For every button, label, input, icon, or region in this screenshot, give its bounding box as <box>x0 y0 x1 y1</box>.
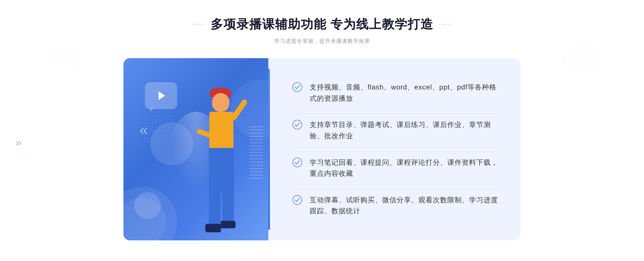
page-wrapper: » 多项录播课辅助功能 专为线上教学打造 学习进度全掌握，提升录播课教学效果 <box>0 0 644 261</box>
check-circle-icon-4 <box>292 195 302 205</box>
title-decorator-right <box>439 24 452 25</box>
svg-point-1 <box>293 120 302 129</box>
arrow-left-decoration: » <box>16 137 21 149</box>
feature-text-2: 支持章节目录、弹题考试、课后练习、课后作业、章节测验、批改作业 <box>310 119 499 141</box>
figure-illustration <box>180 85 260 240</box>
feature-item-3: 学习笔记回看、课程提问、课程评论打分、课件资料下载，重点内容收藏 <box>292 151 499 185</box>
panel-arrows: « <box>140 122 148 137</box>
svg-point-2 <box>293 158 302 167</box>
check-circle-icon-2 <box>292 120 302 129</box>
feature-item-4: 互动弹幕、试听购买、微信分享、观看次数限制、学习进度跟踪、数据统计 <box>292 189 499 222</box>
person-leg-right <box>222 189 234 224</box>
person-torso <box>209 112 233 149</box>
person-shoe-right <box>221 221 236 228</box>
title-row: 多项录播课辅助功能 专为线上教学打造 <box>192 16 452 33</box>
svg-point-0 <box>293 83 302 92</box>
person-pants <box>209 148 234 192</box>
feature-item-1: 支持视频、音频、flash、word、excel、ppt、pdf等各种格式的资源… <box>292 76 499 109</box>
feature-text-4: 互动弹幕、试听购买、微信分享、观看次数限制、学习进度跟踪、数据统计 <box>310 195 499 217</box>
dots-decoration-left <box>48 43 80 75</box>
left-illustration-panel: « <box>123 58 268 240</box>
title-decorator-left <box>192 24 205 25</box>
person-leg-left <box>209 189 221 224</box>
subtitle: 学习进度全掌握，提升录播课教学效果 <box>192 38 452 45</box>
play-bubble <box>145 82 177 109</box>
person-shoe-left <box>205 224 221 232</box>
dots-decoration-right <box>564 43 596 75</box>
person-head <box>212 93 229 112</box>
feature-item-2: 支持章节目录、弹题考试、课后练习、课后作业、章节测验、批改作业 <box>292 114 499 147</box>
right-features-panel: 支持视频、音频、flash、word、excel、ppt、pdf等各种格式的资源… <box>268 58 521 240</box>
main-title: 多项录播课辅助功能 专为线上教学打造 <box>211 16 434 33</box>
check-circle-icon-1 <box>292 82 302 92</box>
svg-point-3 <box>293 195 302 204</box>
bg-circle-blue <box>134 192 161 219</box>
header-section: 多项录播课辅助功能 专为线上教学打造 学习进度全掌握，提升录播课教学效果 <box>192 16 452 45</box>
content-card: « <box>123 58 521 240</box>
feature-text-3: 学习笔记回看、课程提问、课程评论打分、课件资料下载，重点内容收藏 <box>310 157 499 179</box>
check-circle-icon-3 <box>292 158 302 167</box>
feature-text-1: 支持视频、音频、flash、word、excel、ppt、pdf等各种格式的资源… <box>310 82 499 104</box>
play-bubble-tail <box>150 108 153 112</box>
